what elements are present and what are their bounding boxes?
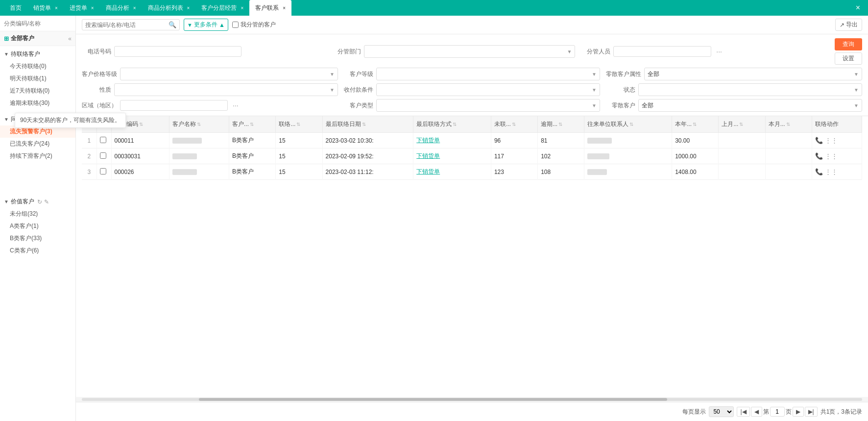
- contact-person-sort-icon[interactable]: ⇅: [629, 122, 633, 127]
- scrollbar-track: [82, 398, 862, 401]
- filter-row-4: 区域（地区） ··· 客户类型 ▼ 零散客户 全部 ▼: [82, 99, 862, 112]
- row-check-1[interactable]: [96, 149, 111, 164]
- page-label: 第: [763, 408, 769, 416]
- sidebar-item-class-c[interactable]: C类客户(6): [0, 245, 75, 257]
- row-last-method-0[interactable]: 下销货单: [413, 133, 491, 149]
- row-num-2: 3: [82, 164, 96, 180]
- sidebar-collapse-icon[interactable]: «: [68, 35, 72, 42]
- sidebar-item-class-b[interactable]: B类客户(33): [0, 232, 75, 245]
- horizontal-scrollbar[interactable]: [76, 397, 868, 402]
- last-month-sort-icon[interactable]: ⇅: [739, 122, 743, 127]
- filter-status-select[interactable]: ▼: [638, 83, 862, 96]
- sidebar-item-week[interactable]: 近7天待联络(0): [0, 85, 75, 97]
- sidebar-section-pending-header[interactable]: ▼ 待联络客户: [0, 48, 75, 60]
- row-action-0[interactable]: 📞 ⋮⋮: [812, 133, 862, 149]
- settings-button[interactable]: 设置: [835, 52, 862, 65]
- row-last-method-1[interactable]: 下销货单: [413, 149, 491, 164]
- my-customer-checkbox[interactable]: [232, 22, 239, 28]
- sidebar-item-today[interactable]: 今天待联络(0): [0, 60, 75, 73]
- nav-analysis-list[interactable]: 商品分析列表 ×: [142, 0, 196, 16]
- row-last-method-2[interactable]: 下销货单: [413, 164, 491, 180]
- close-customer-contact-icon[interactable]: ×: [283, 5, 286, 11]
- filter-region-input[interactable]: [120, 100, 228, 111]
- nav-purchase[interactable]: 进货单 ×: [64, 0, 100, 16]
- scrollbar-thumb[interactable]: [199, 398, 667, 401]
- export-button[interactable]: ↗ 导出: [835, 19, 862, 31]
- row-action-1[interactable]: 📞 ⋮⋮: [812, 149, 862, 164]
- this-year-sort-icon[interactable]: ⇅: [693, 122, 697, 127]
- per-page-select[interactable]: 50 100 200: [709, 406, 734, 417]
- search-icon[interactable]: 🔍: [169, 21, 176, 28]
- filter-retail-attr-select[interactable]: 全部 ▼: [644, 68, 862, 80]
- row-check-0[interactable]: [96, 133, 111, 149]
- first-page-button[interactable]: |◀: [737, 407, 749, 417]
- close-analysis-list-icon[interactable]: ×: [187, 5, 190, 11]
- nav-home[interactable]: 首页: [4, 0, 27, 16]
- sidebar-item-churned[interactable]: 已流失客户(24): [0, 138, 75, 150]
- sidebar-item-overdue[interactable]: 逾期未联络(30): [0, 97, 75, 109]
- row-action-2[interactable]: 📞 ⋮⋮: [812, 164, 862, 180]
- filter-ctype-select[interactable]: ▼: [376, 99, 600, 112]
- filter-region-field: 区域（地区） ···: [82, 100, 338, 111]
- filter-manager-input[interactable]: [613, 46, 711, 57]
- sidebar-item-tomorrow[interactable]: 明天待联络(1): [0, 73, 75, 85]
- filter-price-select[interactable]: ▼: [120, 68, 338, 80]
- col-contact-num: 联络...⇅: [276, 116, 322, 133]
- type-sort-icon[interactable]: ⇅: [250, 122, 254, 127]
- query-button[interactable]: 查询: [835, 38, 862, 50]
- sidebar-item-ungrouped[interactable]: 未分组(32): [0, 208, 75, 220]
- nav-sales[interactable]: 销货单 ×: [27, 0, 64, 16]
- filter-payment-select[interactable]: ▼: [376, 83, 600, 96]
- last-method-sort-icon[interactable]: ⇅: [453, 122, 457, 127]
- close-all-button[interactable]: ×: [852, 3, 864, 12]
- sidebar-section-value-header[interactable]: ▼ 价值客户 ↻ ✎: [0, 196, 75, 208]
- action-contact-icon-2[interactable]: 📞: [815, 168, 823, 175]
- action-contact-icon-1[interactable]: 📞: [815, 152, 823, 160]
- row-not-contacted-2: 123: [491, 164, 537, 180]
- refresh-icon[interactable]: ↻: [37, 198, 42, 205]
- contact-sort-icon[interactable]: ⇅: [296, 122, 300, 127]
- action-more-icon-1[interactable]: ⋮⋮: [825, 152, 838, 160]
- prev-page-button[interactable]: ◀: [751, 407, 762, 417]
- filter-gender-select[interactable]: ▼: [114, 83, 338, 96]
- table-header-row: ⚙ 客户编码⇅ 客户名称⇅ 客户...⇅ 联络...⇅ 最后联络日期⇅ 最后联络…: [82, 116, 862, 133]
- close-purchase-icon[interactable]: ×: [91, 5, 94, 11]
- export-label: 导出: [846, 21, 858, 29]
- row-checkbox-1[interactable]: [100, 152, 106, 159]
- nav-customer-tier[interactable]: 客户分层经营 ×: [195, 0, 249, 16]
- close-customer-tier-icon[interactable]: ×: [241, 5, 243, 11]
- next-page-button[interactable]: ▶: [793, 407, 804, 417]
- region-more-icon[interactable]: ···: [231, 101, 241, 109]
- close-sales-icon[interactable]: ×: [55, 5, 58, 11]
- sidebar-item-declining[interactable]: 持续下滑客户(2): [0, 150, 75, 162]
- row-checkbox-0[interactable]: [100, 137, 106, 143]
- not-contacted-sort-icon[interactable]: ⇅: [512, 122, 516, 127]
- row-check-2[interactable]: [96, 164, 111, 180]
- manager-more-icon[interactable]: ···: [714, 48, 724, 55]
- code-sort-icon[interactable]: ⇅: [139, 122, 143, 127]
- sidebar-search-wrap: 🔍: [0, 16, 75, 31]
- action-contact-icon-0[interactable]: 📞: [815, 137, 823, 144]
- sidebar-item-class-a[interactable]: A类客户(1): [0, 220, 75, 232]
- edit-icon[interactable]: ✎: [44, 198, 49, 205]
- name-sort-icon[interactable]: ⇅: [197, 122, 201, 127]
- filter-level-select[interactable]: ▼: [376, 68, 600, 80]
- nav-customer-contact[interactable]: 客户联系 ×: [249, 0, 291, 16]
- nav-analysis[interactable]: 商品分析 ×: [100, 0, 142, 16]
- more-conditions-button[interactable]: ▼ 更多条件 ▲: [184, 19, 228, 31]
- row-checkbox-2[interactable]: [100, 168, 106, 174]
- search-input[interactable]: [85, 22, 167, 28]
- this-month-sort-icon[interactable]: ⇅: [786, 122, 790, 127]
- overdue-sort-icon[interactable]: ⇅: [558, 122, 562, 127]
- col-action: 联络动作: [812, 116, 862, 133]
- filter-phone-input[interactable]: [114, 46, 241, 57]
- sidebar-search-input[interactable]: [4, 20, 76, 27]
- last-date-sort-icon[interactable]: ⇅: [362, 122, 366, 127]
- action-more-icon-0[interactable]: ⋮⋮: [825, 137, 838, 144]
- filter-dept-select[interactable]: ▼: [364, 45, 576, 58]
- close-analysis-icon[interactable]: ×: [133, 5, 136, 11]
- filter-retail-select[interactable]: 全部 ▼: [638, 99, 862, 112]
- last-page-button[interactable]: ▶|: [805, 407, 818, 417]
- action-more-icon-2[interactable]: ⋮⋮: [825, 168, 838, 175]
- page-number-input[interactable]: [770, 407, 785, 417]
